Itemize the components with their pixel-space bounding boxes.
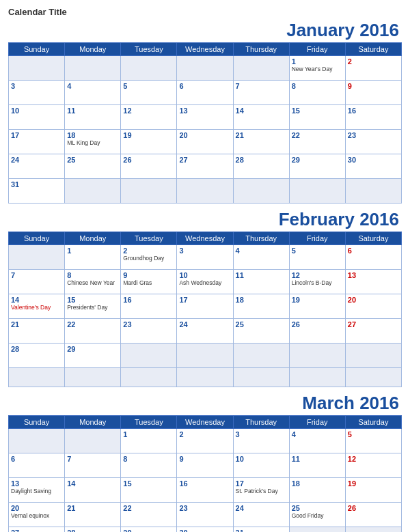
calendar-title: Calendar Title: [8, 7, 402, 17]
cal-cell: [289, 527, 345, 533]
cal-cell: 15: [289, 105, 345, 130]
col-header-wednesday: Wednesday: [177, 43, 233, 56]
cal-cell: [65, 179, 121, 204]
cal-cell: 30: [177, 527, 233, 533]
cal-cell: 21: [9, 319, 65, 344]
cal-cell: 24: [177, 319, 233, 344]
cal-cell: [233, 56, 289, 81]
cal-cell: 11: [289, 453, 345, 478]
col-header-saturday: Saturday: [345, 232, 401, 245]
cal-cell: 9: [177, 453, 233, 478]
col-header-tuesday: Tuesday: [121, 232, 177, 245]
cal-cell: [9, 56, 65, 81]
col-header-friday: Friday: [289, 416, 345, 429]
extra-cell: [289, 368, 345, 387]
cal-cell: 23: [177, 503, 233, 527]
cal-cell: 7: [9, 270, 65, 294]
cal-cell: 18ML King Day: [65, 130, 121, 154]
cal-cell: 10Ash Wednesday: [177, 270, 233, 294]
cal-cell: 6: [9, 453, 65, 478]
cal-cell: 20Vernal equinox: [9, 503, 65, 527]
cal-cell: 23: [121, 319, 177, 344]
cal-cell: [65, 429, 121, 453]
month-section-2: February 2016SundayMondayTuesdayWednesda…: [8, 209, 402, 387]
cal-cell: 2Groundhog Day: [121, 245, 177, 270]
col-header-saturday: Saturday: [345, 416, 401, 429]
cal-cell: 14: [233, 105, 289, 130]
cal-cell: 29: [65, 344, 121, 368]
cal-cell: 17: [177, 294, 233, 319]
cal-cell: 25: [233, 319, 289, 344]
cal-cell: 13Daylight Saving: [9, 478, 65, 503]
col-header-friday: Friday: [289, 43, 345, 56]
cal-cell: 26: [289, 319, 345, 344]
cal-cell: 15: [121, 478, 177, 503]
cal-cell: 3: [9, 81, 65, 105]
cal-cell: 5: [121, 81, 177, 105]
cal-cell: 14Valentine's Day: [9, 294, 65, 319]
cal-cell: 1New Year's Day: [289, 56, 345, 81]
cal-cell: 28: [65, 527, 121, 533]
cal-cell: 4: [65, 81, 121, 105]
extra-cell: [121, 368, 177, 387]
cal-cell: 21: [233, 130, 289, 154]
extra-cell: [9, 368, 65, 387]
col-header-monday: Monday: [65, 232, 121, 245]
cal-cell: 28: [233, 154, 289, 179]
cal-cell: [233, 179, 289, 204]
cal-cell: 27Easter: [9, 527, 65, 533]
cal-cell: 27: [177, 154, 233, 179]
cal-cell: 18: [289, 478, 345, 503]
cal-cell: 26: [121, 154, 177, 179]
col-header-sunday: Sunday: [9, 43, 65, 56]
cal-cell: 19: [345, 478, 401, 503]
cal-cell: 25: [65, 154, 121, 179]
cal-cell: 14: [65, 478, 121, 503]
col-header-wednesday: Wednesday: [177, 416, 233, 429]
cal-cell: 13: [177, 105, 233, 130]
extra-cell: [65, 368, 121, 387]
col-header-wednesday: Wednesday: [177, 232, 233, 245]
cal-cell: 19: [121, 130, 177, 154]
cal-cell: 8Chinese New Year: [65, 270, 121, 294]
cal-cell: 22: [289, 130, 345, 154]
cal-cell: [177, 56, 233, 81]
cal-cell: 3: [177, 245, 233, 270]
cal-cell: 6: [177, 81, 233, 105]
cal-cell: 12: [121, 105, 177, 130]
cal-cell: 8: [289, 81, 345, 105]
cal-cell: 18: [233, 294, 289, 319]
cal-cell: 7: [65, 453, 121, 478]
cal-cell: [121, 56, 177, 81]
cal-cell: 27: [345, 319, 401, 344]
extra-cell: [177, 368, 233, 387]
cal-cell: 22: [65, 319, 121, 344]
cal-cell: 24: [9, 154, 65, 179]
cal-cell: 28: [9, 344, 65, 368]
col-header-friday: Friday: [289, 232, 345, 245]
col-header-thursday: Thursday: [233, 43, 289, 56]
cal-cell: [345, 527, 401, 533]
cal-cell: 17St. Patrick's Day: [233, 478, 289, 503]
extra-cell: [345, 368, 401, 387]
cal-cell: 3: [233, 429, 289, 453]
cal-cell: 9Mardi Gras: [121, 270, 177, 294]
cal-cell: 6: [345, 245, 401, 270]
col-header-monday: Monday: [65, 43, 121, 56]
cal-cell: 31: [233, 527, 289, 533]
cal-cell: 10: [233, 453, 289, 478]
cal-cell: 8: [121, 453, 177, 478]
cal-cell: 9: [345, 81, 401, 105]
cal-cell: 11: [65, 105, 121, 130]
col-header-tuesday: Tuesday: [121, 416, 177, 429]
cal-cell: 26: [345, 503, 401, 527]
cal-cell: 12: [345, 453, 401, 478]
cal-cell: 4: [233, 245, 289, 270]
cal-cell: 29: [121, 527, 177, 533]
cal-cell: 5: [289, 245, 345, 270]
cal-cell: [345, 179, 401, 204]
month-header-2: February 2016: [8, 209, 402, 230]
cal-cell: 12Lincoln's B-Day: [289, 270, 345, 294]
cal-cell: 2: [177, 429, 233, 453]
cal-cell: 16: [177, 478, 233, 503]
